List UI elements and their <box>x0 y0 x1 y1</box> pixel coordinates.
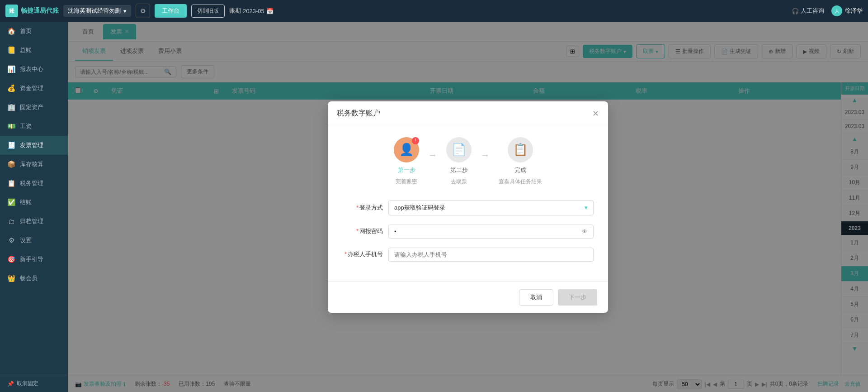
step-2: 📄 第二步 去取票 <box>446 137 472 186</box>
company-name: 沈海英测试经营勿删 <box>68 7 121 15</box>
invoice-icon: 🧾 <box>7 141 15 149</box>
calendar-icon[interactable]: 📅 <box>266 8 274 14</box>
login-method-select[interactable]: app获取验证码登录 ▾ <box>388 200 594 215</box>
modal-overlay: 税务数字账户 ✕ 👤 ! <box>68 22 868 392</box>
next-button[interactable]: 下一步 <box>558 289 597 306</box>
home-icon: 🏠 <box>7 27 15 35</box>
select-arrow-icon: ▾ <box>585 204 588 211</box>
assets-icon: 🏢 <box>7 103 15 111</box>
modal-close-button[interactable]: ✕ <box>592 109 599 119</box>
password-input-box: 👁 <box>388 225 594 239</box>
sidebar-label-invoice: 发票管理 <box>20 141 43 149</box>
company-dropdown-icon: ▾ <box>123 8 127 14</box>
sidebar-label-tax: 税务管理 <box>20 179 43 187</box>
step-arrow-1: → <box>419 150 446 160</box>
switch-version-button[interactable]: 切到旧版 <box>191 5 225 18</box>
main-area: 🏠 首页 📒 总账 📊 报表中心 💰 资金管理 🏢 固定资产 💵 工资 <box>0 22 868 392</box>
modal-title: 税务数字账户 <box>337 109 380 118</box>
user-info[interactable]: 人 徐泽华 <box>831 5 863 16</box>
period-label: 账期 <box>229 7 241 15</box>
logo-icon: 账 <box>5 5 18 17</box>
modal-body: 👤 ! 第一步 完善账密 → 📄 <box>328 126 608 282</box>
sidebar-label-ledger: 总账 <box>20 46 32 54</box>
sidebar: 🏠 首页 📒 总账 📊 报表中心 💰 资金管理 🏢 固定资产 💵 工资 <box>0 22 68 392</box>
sidebar-item-member[interactable]: 👑 畅会员 <box>0 269 68 288</box>
tax-icon: 📋 <box>7 179 15 187</box>
steps: 👤 ! 第一步 完善账密 → 📄 <box>342 137 594 186</box>
sidebar-item-ledger[interactable]: 📒 总账 <box>0 41 68 60</box>
guide-icon: 🎯 <box>7 255 15 263</box>
logo: 账 畅捷通易代账 <box>5 5 59 17</box>
step-2-icon: 📄 <box>446 137 472 163</box>
sidebar-label-guide: 新手引导 <box>20 255 43 263</box>
step-1: 👤 ! 第一步 完善账密 <box>394 137 419 186</box>
cancel-fixed-button[interactable]: 📌 取消固定 <box>0 375 68 392</box>
step-1-sub: 完善账密 <box>396 178 417 186</box>
login-method-row: 登录方式 app获取验证码登录 ▾ <box>342 200 594 215</box>
sidebar-item-inventory[interactable]: 📦 库存核算 <box>0 155 68 174</box>
headset-icon: 🎧 <box>792 8 799 14</box>
closing-icon: ✅ <box>7 198 15 206</box>
step-3: 📋 完成 查看具体任务结果 <box>499 137 542 186</box>
topbar-right: 🎧 人工咨询 人 徐泽华 <box>792 5 863 16</box>
step-3-sub: 查看具体任务结果 <box>499 178 542 186</box>
sidebar-item-settings[interactable]: ⚙ 设置 <box>0 231 68 250</box>
top-bar: 账 畅捷通易代账 沈海英测试经营勿删 ▾ ⚙ 工作台 切到旧版 账期 2023-… <box>0 0 868 22</box>
sidebar-label-inventory: 库存核算 <box>20 160 43 168</box>
settings-icon: ⚙ <box>7 236 15 244</box>
cancel-button[interactable]: 取消 <box>519 289 553 306</box>
sidebar-label-home: 首页 <box>20 27 32 35</box>
password-toggle-icon[interactable]: 👁 <box>582 228 588 235</box>
login-method-value: app获取验证码登录 <box>394 204 445 212</box>
password-input[interactable] <box>394 228 582 235</box>
sidebar-item-archive[interactable]: 🗂 归档管理 <box>0 212 68 231</box>
workspace-button[interactable]: 工作台 <box>155 4 187 18</box>
sidebar-item-assets[interactable]: 🏢 固定资产 <box>0 98 68 117</box>
user-avatar-icon: 人 <box>831 5 842 16</box>
step-3-clipboard-icon: 📋 <box>513 143 528 157</box>
sidebar-item-reports[interactable]: 📊 报表中心 <box>0 60 68 79</box>
sidebar-item-finance[interactable]: 💰 资金管理 <box>0 79 68 98</box>
step-1-icon: 👤 ! <box>394 137 419 163</box>
sidebar-item-tax[interactable]: 📋 税务管理 <box>0 174 68 193</box>
member-icon: 👑 <box>7 274 15 282</box>
sidebar-label-closing: 结账 <box>20 198 32 206</box>
sidebar-label-payroll: 工资 <box>20 122 32 130</box>
company-settings-icon[interactable]: ⚙ <box>136 4 150 18</box>
logo-text: 畅捷通易代账 <box>21 7 59 15</box>
archive-icon: 🗂 <box>7 218 15 225</box>
step-1-badge: ! <box>412 137 419 144</box>
sidebar-label-assets: 固定资产 <box>20 103 43 111</box>
modal-footer: 取消 下一步 <box>328 282 608 313</box>
inventory-icon: 📦 <box>7 160 15 168</box>
step-3-label: 完成 <box>514 166 526 174</box>
step-3-icon: 📋 <box>508 137 533 163</box>
phone-input[interactable] <box>394 251 588 258</box>
sidebar-label-member: 畅会员 <box>20 274 38 282</box>
company-selector[interactable]: 沈海英测试经营勿删 ▾ <box>63 5 131 17</box>
step-2-sub: 去取票 <box>451 178 467 186</box>
modal-header: 税务数字账户 ✕ <box>328 101 608 126</box>
step-2-label: 第二步 <box>450 166 468 174</box>
phone-control <box>388 248 594 262</box>
support-link[interactable]: 🎧 人工咨询 <box>792 7 824 15</box>
content-area: 首页 发票 ✕ 销项发票 进项发票 费用小票 ⊞ <box>68 22 868 392</box>
sidebar-item-invoice[interactable]: 🧾 发票管理 <box>0 136 68 155</box>
app-wrapper: 账 畅捷通易代账 沈海英测试经营勿删 ▾ ⚙ 工作台 切到旧版 账期 2023-… <box>0 0 868 392</box>
sidebar-item-home[interactable]: 🏠 首页 <box>0 22 68 41</box>
step-arrow-2: → <box>472 150 499 160</box>
payroll-icon: 💵 <box>7 122 15 130</box>
reports-icon: 📊 <box>7 65 15 73</box>
sidebar-item-closing[interactable]: ✅ 结账 <box>0 193 68 212</box>
sidebar-item-payroll[interactable]: 💵 工资 <box>0 117 68 136</box>
phone-row: 办税人手机号 <box>342 248 594 262</box>
phone-input-box <box>388 248 594 262</box>
sidebar-label-reports: 报表中心 <box>20 65 43 73</box>
sidebar-label-settings: 设置 <box>20 236 32 244</box>
period-value: 2023-05 <box>243 8 264 14</box>
sidebar-label-archive: 归档管理 <box>20 217 43 225</box>
sidebar-item-guide[interactable]: 🎯 新手引导 <box>0 250 68 269</box>
cancel-fixed-label: 取消固定 <box>17 380 38 387</box>
support-label: 人工咨询 <box>801 7 824 15</box>
step-1-label: 第一步 <box>398 166 415 174</box>
